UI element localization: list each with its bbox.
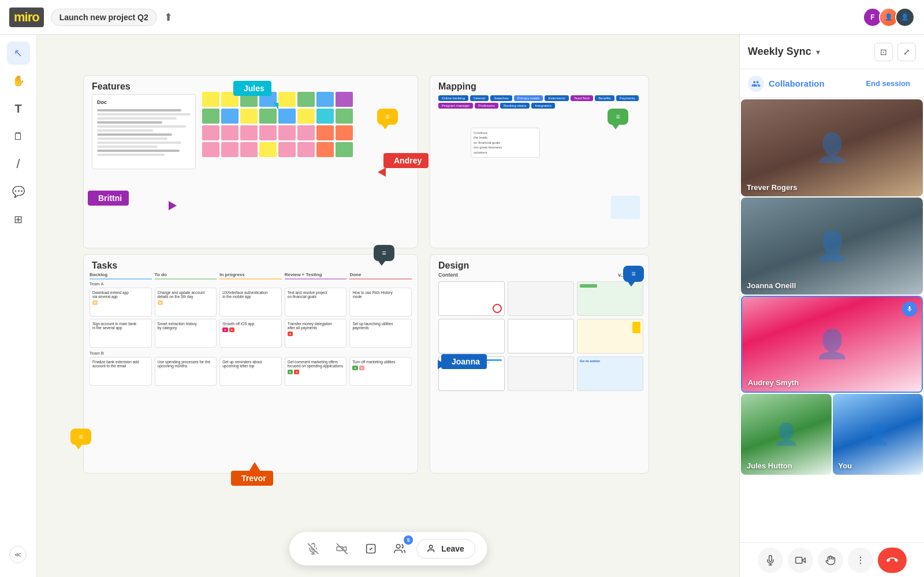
chat-icon-5: ≡ <box>79 433 83 441</box>
card-review-2: Transfer money delegationafter all payme… <box>285 319 347 348</box>
call-video-button[interactable] <box>788 548 813 573</box>
end-session-button[interactable]: End session <box>860 76 916 91</box>
collaboration-label: Collaboration <box>769 79 825 88</box>
panel-icon-expand[interactable]: ⤢ <box>897 43 916 61</box>
map-node-3: Searches <box>490 95 512 101</box>
kanban-board: Backlog To do In progress Review + Testi… <box>90 272 412 467</box>
map-sticky <box>611 196 640 219</box>
call-more-button[interactable] <box>848 548 873 573</box>
map-node-1: Online banking <box>438 95 468 101</box>
chat-icon-2: ≡ <box>616 113 620 121</box>
call-mic-button[interactable] <box>758 548 783 573</box>
doc-title: Doc <box>97 99 191 105</box>
card-backlog-2: Sign account in main bankin the several … <box>90 319 152 348</box>
kanban-col-review: Review + Testing <box>285 272 347 280</box>
chat-icon-4: ≡ <box>631 270 635 278</box>
chat-bubble-4[interactable]: ≡ <box>623 266 644 282</box>
miro-logo: miro <box>9 8 44 27</box>
call-hand-button[interactable] <box>818 548 843 573</box>
card-backlog-1: Download extend appvia several app ● <box>90 288 152 317</box>
map-node-8: Payments <box>616 95 639 101</box>
tile-name-jules: Jules Hutton <box>747 461 792 470</box>
card-todo-2: Smart extraction historyby category <box>155 319 217 348</box>
team-a-label: Team A <box>90 282 412 286</box>
map-node-7: Benefits <box>595 95 614 101</box>
sticky-notes-grid <box>202 92 353 157</box>
cursor-trevor: Trevor <box>231 471 273 486</box>
collaboration-icon <box>748 76 764 92</box>
design-frame-8 <box>508 356 574 391</box>
map-node-6: TeamTech <box>571 95 593 101</box>
chat-bubble-3[interactable]: ≡ <box>374 245 394 261</box>
cursor-arrow-brittni <box>169 201 177 210</box>
upload-button[interactable]: ⬆ <box>164 11 173 24</box>
card-b-done: Turn off marketing utilities ● ● <box>349 357 412 386</box>
map-node-4: Primary needs <box>514 95 543 101</box>
design-frame-4 <box>438 319 505 353</box>
chat-bubble-2[interactable]: ≡ <box>608 109 628 125</box>
avatar-3[interactable]: 👤 <box>895 8 915 27</box>
card-tag-pink: ● <box>222 327 228 332</box>
card-inprogress-1: UX/Interface authenticationin the mobile… <box>219 288 282 317</box>
cursor-arrow-andrey <box>378 167 386 177</box>
video-button[interactable] <box>330 537 354 561</box>
topbar-right: F 👤 👤 <box>863 8 915 27</box>
chat-bubble-5[interactable]: ≡ <box>70 429 91 445</box>
design-frame-5 <box>508 319 574 353</box>
tile-name-you: You <box>839 461 852 470</box>
chat-bubble-1[interactable]: ≡ <box>377 109 398 125</box>
hand-tool[interactable]: ✋ <box>7 69 30 92</box>
kanban-row-3: Finalize bank extension add account to t… <box>90 357 412 386</box>
card-b-todo: Use spending processes for the upcoming … <box>155 357 217 386</box>
design-frame-6 <box>577 319 643 353</box>
map-node-11: Banking status <box>500 103 530 109</box>
tasks-label: Tasks <box>84 255 418 274</box>
video-grid: 👤 Trever Rogers 👤 Joanna Oneill 👤 Audrey… <box>740 98 924 542</box>
video-tile-joanna: 👤 Joanna Oneill <box>741 198 923 295</box>
svg-marker-9 <box>802 558 805 563</box>
chat-icon-3: ≡ <box>382 249 386 257</box>
panel-icons: ⊡ ⤢ <box>874 43 916 61</box>
end-call-button[interactable] <box>878 548 907 573</box>
board-section-mapping: Mapping Online banking Internet Searches… <box>430 75 649 248</box>
project-title[interactable]: Launch new project Q2 <box>51 9 157 26</box>
people-button[interactable]: 5 <box>388 537 412 561</box>
board-section-tasks: Tasks Backlog To do In progress Review +… <box>83 254 418 474</box>
tile-name-joanna: Joanna Oneill <box>747 281 796 290</box>
version-content: Content <box>438 272 458 278</box>
mute-button[interactable] <box>301 537 325 561</box>
topbar: miro Launch new project Q2 ⬆ F 👤 👤 <box>0 0 924 35</box>
frame-tool[interactable]: ⊞ <box>7 208 30 231</box>
comment-tool[interactable]: 💬 <box>7 180 30 203</box>
session-title: Weekly Sync <box>748 46 811 58</box>
video-tile-audrey: 👤 Audrey Smyth <box>741 296 923 393</box>
cursor-tool[interactable]: ↖ <box>7 42 30 65</box>
svg-point-12 <box>859 559 860 560</box>
sticky-note-tool[interactable]: 🗒 <box>7 125 30 148</box>
kanban-col-backlog: Backlog <box>90 272 152 280</box>
cursor-arrow-trevor <box>249 462 260 471</box>
cursor-joanna: Joanna <box>441 354 487 369</box>
video-tile-you: 👤 You <box>833 394 923 475</box>
collapse-toolbar-button[interactable]: ≪ <box>9 546 27 563</box>
session-dropdown-arrow[interactable]: ▾ <box>816 47 820 57</box>
card-done-2: Set up launching utilitiespayments <box>349 319 412 348</box>
board-section-features: Features Doc <box>83 75 418 248</box>
line-tool[interactable]: / <box>7 152 30 176</box>
kanban-col-inprogress: In progress <box>219 272 282 280</box>
card-review-1: Test and resolve projecton financial goa… <box>285 288 347 317</box>
card-b-review: Get comment marketing offers focused on … <box>285 357 347 386</box>
share-button[interactable] <box>359 537 383 561</box>
video-tile-small-row: 👤 Jules Hutton 👤 You <box>741 394 923 475</box>
main-area: ↖ ✋ T 🗒 / 💬 ⊞ ••• ≪ Features Doc <box>0 35 924 577</box>
board-canvas[interactable]: Features Doc <box>37 35 739 577</box>
doc-preview: Doc <box>92 94 196 169</box>
leave-button[interactable]: Leave <box>416 539 475 559</box>
panel-icon-grid[interactable]: ⊡ <box>874 43 893 61</box>
card-b-inprogress: Get up reminders about upcoming letter t… <box>219 357 282 386</box>
person-joanna: 👤 <box>741 198 923 295</box>
avatar-group: F 👤 👤 <box>863 8 915 27</box>
design-frame-9: Go to action <box>577 356 643 391</box>
text-tool[interactable]: T <box>7 97 30 120</box>
tile-name-trever: Trever Rogers <box>747 183 797 192</box>
